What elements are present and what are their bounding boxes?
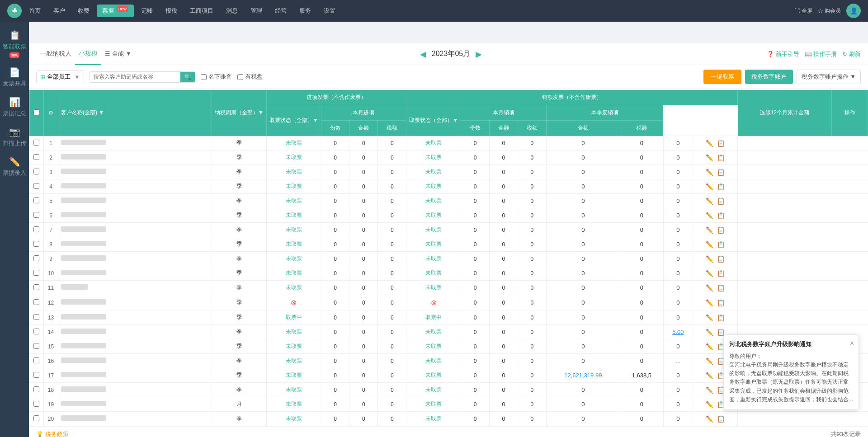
edit-icon[interactable]: ✏️ bbox=[706, 140, 713, 147]
copy-icon[interactable]: 📋 bbox=[717, 415, 725, 423]
row-checkbox[interactable] bbox=[33, 241, 39, 247]
nav-service[interactable]: 服务 bbox=[294, 5, 316, 17]
row-checkbox[interactable] bbox=[33, 140, 39, 146]
copy-icon[interactable]: 📋 bbox=[717, 329, 725, 336]
sidebar-item-smart-ticket[interactable]: 📋 智能取票 new bbox=[0, 25, 29, 62]
edit-icon[interactable]: ✏️ bbox=[706, 241, 713, 248]
copy-icon[interactable]: 📋 bbox=[717, 255, 725, 263]
nav-customer[interactable]: 客户 bbox=[48, 5, 71, 17]
copy-icon[interactable]: 📋 bbox=[717, 284, 725, 291]
edit-icon[interactable]: ✏️ bbox=[706, 169, 713, 176]
row-checkbox[interactable] bbox=[33, 357, 39, 363]
search-button[interactable]: 🔍 bbox=[180, 72, 195, 82]
copy-icon[interactable]: 📋 bbox=[717, 140, 725, 147]
edit-icon[interactable]: ✏️ bbox=[706, 183, 713, 190]
tax-account-ops-button[interactable]: 税务数字账户操作 ▼ bbox=[797, 70, 861, 84]
col-tax-period[interactable]: 纳税周期（全部）▼ bbox=[212, 90, 266, 136]
edit-icon[interactable]: ✏️ bbox=[706, 401, 713, 408]
refund-amount-value[interactable]: 12,621,319.99 bbox=[564, 372, 602, 379]
edit-icon[interactable]: ✏️ bbox=[706, 357, 713, 365]
row-checkbox[interactable] bbox=[33, 212, 39, 218]
sidebar-item-scan-upload[interactable]: 📷 扫描上传 bbox=[0, 122, 29, 152]
edit-icon[interactable]: ✏️ bbox=[706, 154, 713, 161]
copy-icon[interactable]: 📋 bbox=[717, 183, 725, 190]
col-customer-name[interactable]: 客户名称(全部) ▼ bbox=[58, 90, 212, 136]
nav-management[interactable]: 管理 bbox=[245, 5, 268, 17]
user-avatar[interactable]: 👤 bbox=[846, 4, 861, 18]
copy-icon[interactable]: 📋 bbox=[717, 299, 725, 306]
row-checkbox[interactable] bbox=[33, 372, 39, 378]
tab-all[interactable]: ☰ 全能 ▼ bbox=[101, 43, 135, 65]
cumulative-value[interactable]: 5.00 bbox=[672, 329, 684, 335]
nav-commerce[interactable]: 工商项目 bbox=[184, 5, 219, 17]
one-click-ticket-button[interactable]: 一键取票 bbox=[703, 70, 741, 84]
edit-icon[interactable]: ✏️ bbox=[706, 299, 713, 306]
row-checkbox[interactable] bbox=[33, 284, 39, 290]
col-out-fetch-status[interactable]: 取票状态（全部）▼ bbox=[406, 105, 461, 136]
employee-filter-select[interactable]: ⊞ 全部员工 ▼ bbox=[36, 70, 84, 83]
search-input[interactable] bbox=[90, 72, 180, 82]
sub-account-checkbox[interactable]: 名下账套 bbox=[201, 73, 232, 81]
copy-icon[interactable]: 📋 bbox=[717, 314, 725, 321]
period-next-button[interactable]: ▶ bbox=[476, 49, 482, 59]
row-checkbox[interactable] bbox=[33, 314, 39, 320]
period-prev-button[interactable]: ◀ bbox=[420, 49, 426, 59]
row-checkbox[interactable] bbox=[33, 401, 39, 407]
copy-icon[interactable]: 📋 bbox=[717, 241, 725, 248]
row-checkbox[interactable] bbox=[33, 343, 39, 349]
nav-tax[interactable]: 报税 bbox=[160, 5, 183, 17]
nav-operation[interactable]: 经营 bbox=[269, 5, 292, 17]
row-checkbox[interactable] bbox=[33, 270, 39, 276]
row-checkbox[interactable] bbox=[33, 329, 39, 334]
tab-general-taxpayer[interactable]: 一般纳税人 bbox=[36, 43, 75, 65]
copy-icon[interactable]: 📋 bbox=[717, 169, 725, 176]
sidebar-item-invoice-entry[interactable]: ✏️ 票据录入 bbox=[0, 152, 29, 182]
sidebar-item-invoice-open[interactable]: 📄 发票开具 bbox=[0, 62, 29, 92]
row-checkbox[interactable] bbox=[33, 226, 39, 232]
nav-billing[interactable]: 收费 bbox=[72, 5, 95, 17]
copy-icon[interactable]: 📋 bbox=[717, 226, 725, 234]
edit-icon[interactable]: ✏️ bbox=[706, 386, 713, 394]
edit-icon[interactable]: ✏️ bbox=[706, 270, 713, 277]
row-checkbox[interactable] bbox=[33, 183, 39, 189]
manual-link[interactable]: 📖 操作手册 bbox=[805, 50, 837, 58]
row-checkbox[interactable] bbox=[33, 197, 39, 203]
row-checkbox[interactable] bbox=[33, 299, 39, 305]
edit-icon[interactable]: ✏️ bbox=[706, 415, 713, 423]
nav-accounting[interactable]: 记账 bbox=[136, 5, 158, 17]
edit-icon[interactable]: ✏️ bbox=[706, 212, 713, 219]
edit-icon[interactable]: ✏️ bbox=[706, 372, 713, 379]
tax-policy-link[interactable]: 💡 税务政策 bbox=[36, 430, 69, 437]
tax-disk-checkbox[interactable]: 有税盘 bbox=[237, 73, 263, 81]
refresh-link[interactable]: ↻ 刷新 bbox=[842, 50, 861, 58]
copy-icon[interactable]: 📋 bbox=[717, 212, 725, 219]
member-button[interactable]: ☆ 购会员 bbox=[818, 7, 841, 15]
edit-icon[interactable]: ✏️ bbox=[706, 329, 713, 336]
row-checkbox[interactable] bbox=[33, 255, 39, 261]
row-checkbox[interactable] bbox=[33, 154, 39, 160]
sidebar-item-invoice-summary[interactable]: 📊 票据汇总 bbox=[0, 92, 29, 122]
select-all-checkbox[interactable] bbox=[33, 109, 39, 115]
nav-message[interactable]: 消息 bbox=[221, 5, 243, 17]
edit-icon[interactable]: ✏️ bbox=[706, 314, 713, 321]
copy-icon[interactable]: 📋 bbox=[717, 154, 725, 161]
col-settings[interactable]: ⚙ bbox=[44, 90, 58, 136]
new-guide-link[interactable]: ❓ 新手引导 bbox=[767, 50, 799, 58]
row-checkbox[interactable] bbox=[33, 169, 39, 174]
edit-icon[interactable]: ✏️ bbox=[706, 343, 713, 350]
copy-icon[interactable]: 📋 bbox=[717, 197, 725, 205]
row-checkbox[interactable] bbox=[33, 415, 39, 421]
edit-icon[interactable]: ✏️ bbox=[706, 197, 713, 205]
nav-settings[interactable]: 设置 bbox=[318, 5, 341, 17]
edit-icon[interactable]: ✏️ bbox=[706, 255, 713, 263]
sub-account-input[interactable] bbox=[201, 74, 207, 80]
tax-account-button[interactable]: 税务数字账户 bbox=[745, 70, 793, 84]
col-in-fetch-status[interactable]: 取票状态（全部）▼ bbox=[266, 105, 321, 136]
edit-icon[interactable]: ✏️ bbox=[706, 284, 713, 291]
tab-small-scale[interactable]: 小规模 bbox=[75, 43, 101, 65]
nav-home[interactable]: 首页 bbox=[24, 5, 46, 17]
nav-invoice[interactable]: 票据 new bbox=[97, 5, 134, 17]
fullscreen-button[interactable]: ⛶ 全屏 bbox=[794, 7, 812, 15]
copy-icon[interactable]: 📋 bbox=[717, 270, 725, 277]
notification-close-button[interactable]: × bbox=[850, 339, 854, 348]
